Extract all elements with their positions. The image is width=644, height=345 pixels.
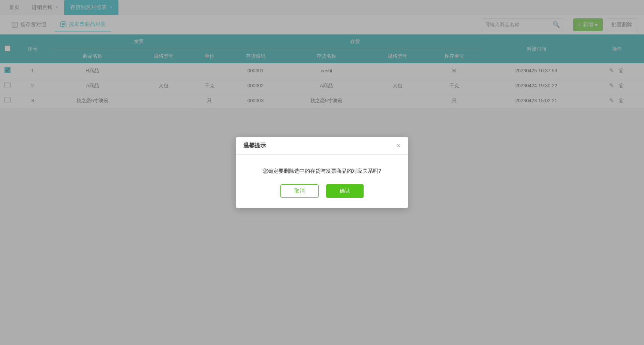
dialog-overlay: 温馨提示 × 您确定要删除选中的存货与发票商品的对应关系吗? 取消 确认 (0, 0, 644, 108)
